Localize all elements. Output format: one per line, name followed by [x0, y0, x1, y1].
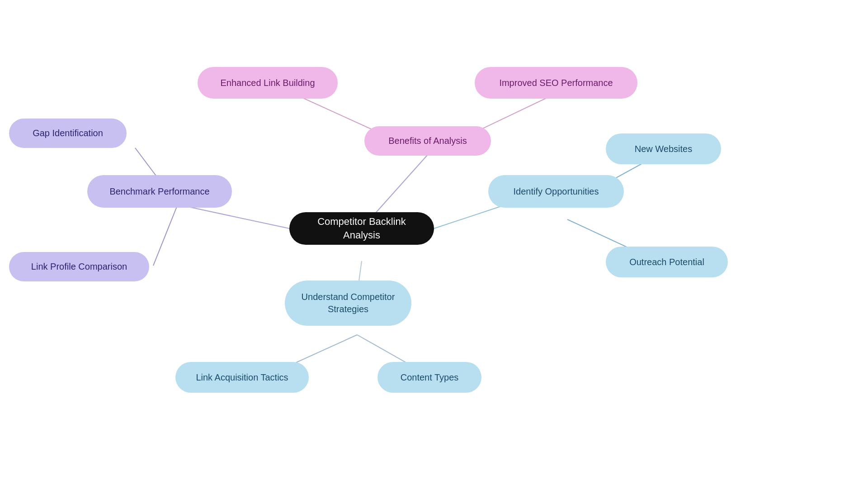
benchmark-node: Benchmark Performance	[87, 175, 232, 208]
svg-line-5	[153, 205, 178, 266]
link-profile-node: Link Profile Comparison	[9, 252, 149, 281]
benefits-node: Benefits of Analysis	[364, 126, 491, 156]
outreach-node: Outreach Potential	[606, 247, 728, 277]
identify-opp-node: Identify Opportunities	[488, 175, 624, 208]
svg-line-9	[434, 205, 506, 228]
understand-node: Understand CompetitorStrategies	[285, 281, 411, 326]
improved-seo-node: Improved SEO Performance	[475, 67, 637, 99]
center-node: Competitor Backlink Analysis	[289, 212, 434, 245]
svg-line-3	[178, 205, 289, 228]
link-acq-node: Link Acquisition Tactics	[175, 362, 309, 393]
new-websites-node: New Websites	[606, 133, 721, 164]
enhanced-link-node: Enhanced Link Building	[198, 67, 338, 99]
content-types-node: Content Types	[377, 362, 481, 393]
gap-id-node: Gap Identification	[9, 119, 127, 148]
